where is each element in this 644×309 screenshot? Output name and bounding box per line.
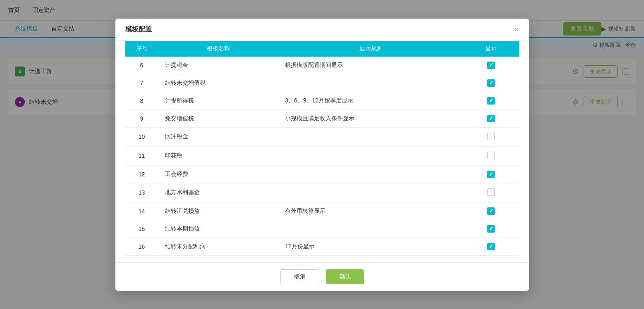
checkbox-checked-1[interactable]	[487, 79, 495, 87]
cell-check-8	[463, 202, 519, 220]
cell-name-3: 免交增值税	[158, 109, 279, 127]
table-row: 6计提税金根据模版配置期间显示	[125, 57, 519, 74]
cell-no-8: 14	[125, 202, 158, 220]
col-header-rule: 显示规则	[278, 41, 463, 57]
cell-check-9	[463, 220, 519, 238]
cell-name-2: 计提所得税	[158, 92, 279, 109]
table-row: 10回冲税金	[125, 127, 519, 146]
modal-close-button[interactable]: ×	[514, 25, 519, 33]
cell-check-3	[463, 109, 519, 127]
checkbox-unchecked-4[interactable]	[487, 133, 495, 140]
cell-no-4: 10	[125, 127, 158, 146]
col-header-display: 显示	[463, 41, 519, 57]
table-row: 14结转汇兑损益有外币核算显示	[125, 202, 519, 220]
table-row: 11印花税	[125, 146, 519, 165]
cell-no-6: 12	[125, 165, 158, 183]
cell-rule-5	[278, 146, 463, 165]
config-table: 序号 模板名称 显示规则 显示 6计提税金根据模版配置期间显示7结转未交增值税8…	[125, 41, 519, 256]
cell-no-0: 6	[125, 57, 158, 74]
cell-check-4	[463, 127, 519, 146]
col-header-no: 序号	[125, 41, 158, 57]
checkbox-checked-2[interactable]	[487, 97, 495, 105]
cell-rule-3: 小规模且满足收入条件显示	[278, 109, 463, 127]
cell-no-9: 15	[125, 220, 158, 238]
cell-rule-9	[278, 220, 463, 238]
cell-name-1: 结转未交增值税	[158, 74, 279, 92]
table-row: 8计提所得税3、6、9、12月按季度显示	[125, 92, 519, 109]
modal-overlay: 模板配置 × 序号 模板名称 显示规则 显示 6计提税金根据模版配置期间显示7结…	[0, 0, 644, 309]
cell-name-8: 结转汇兑损益	[158, 202, 279, 220]
modal-header: 模板配置 ×	[115, 19, 529, 41]
modal-body: 序号 模板名称 显示规则 显示 6计提税金根据模版配置期间显示7结转未交增值税8…	[115, 41, 529, 262]
cell-name-7: 地方水利基金	[158, 183, 279, 202]
checkbox-checked-3[interactable]	[487, 115, 495, 122]
checkbox-unchecked-7[interactable]	[487, 188, 495, 196]
cell-no-7: 13	[125, 183, 158, 202]
cell-check-1	[463, 74, 519, 92]
cell-no-10: 16	[125, 238, 158, 255]
cell-rule-8: 有外币核算显示	[278, 202, 463, 220]
cell-no-5: 11	[125, 146, 158, 165]
cell-name-0: 计提税金	[158, 57, 279, 74]
cell-rule-10: 12月份显示	[278, 238, 463, 255]
modal-footer: 取消 确认	[115, 262, 529, 291]
cell-check-6	[463, 165, 519, 183]
cell-no-1: 7	[125, 74, 158, 92]
cell-no-2: 8	[125, 92, 158, 109]
modal-title: 模板配置	[125, 25, 152, 34]
table-row: 9免交增值税小规模且满足收入条件显示	[125, 109, 519, 127]
table-row: 7结转未交增值税	[125, 74, 519, 92]
cell-no-3: 9	[125, 109, 158, 127]
col-header-name: 模板名称	[158, 41, 279, 57]
cell-check-2	[463, 92, 519, 109]
checkbox-checked-9[interactable]	[487, 225, 495, 233]
cancel-button[interactable]: 取消	[280, 269, 319, 284]
cell-check-0	[463, 57, 519, 74]
checkbox-checked-10[interactable]	[487, 243, 495, 250]
table-row: 12工会经费	[125, 165, 519, 183]
cell-name-6: 工会经费	[158, 165, 279, 183]
table-row: 16结转未分配利润12月份显示	[125, 238, 519, 255]
cell-check-5	[463, 146, 519, 165]
cell-rule-0: 根据模版配置期间显示	[278, 57, 463, 74]
cell-name-5: 印花税	[158, 146, 279, 165]
table-row: 15结转本期损益	[125, 220, 519, 238]
checkbox-checked-6[interactable]	[487, 171, 495, 178]
modal-template-config: 模板配置 × 序号 模板名称 显示规则 显示 6计提税金根据模版配置期间显示7结…	[115, 19, 529, 291]
table-row: 13地方水利基金	[125, 183, 519, 202]
cell-check-10	[463, 238, 519, 255]
cell-name-4: 回冲税金	[158, 127, 279, 146]
confirm-button[interactable]: 确认	[326, 269, 364, 284]
cell-name-10: 结转未分配利润	[158, 238, 279, 255]
cell-rule-6	[278, 165, 463, 183]
cell-check-7	[463, 183, 519, 202]
cell-name-9: 结转本期损益	[158, 220, 279, 238]
checkbox-checked-8[interactable]	[487, 207, 495, 215]
cell-rule-1	[278, 74, 463, 92]
cell-rule-2: 3、6、9、12月按季度显示	[278, 92, 463, 109]
checkbox-checked-0[interactable]	[487, 62, 495, 69]
cell-rule-4	[278, 127, 463, 146]
cell-rule-7	[278, 183, 463, 202]
checkbox-unchecked-5[interactable]	[487, 152, 495, 159]
